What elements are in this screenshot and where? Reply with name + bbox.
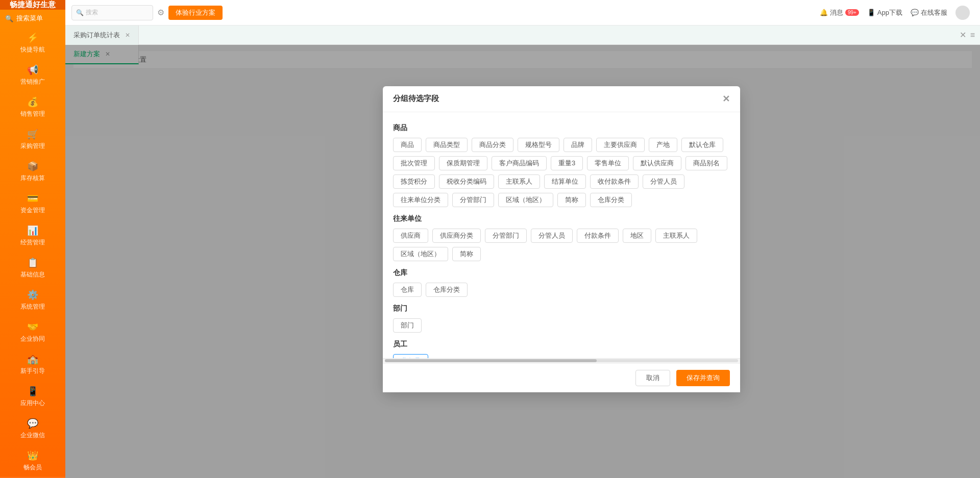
- tag-partner-0[interactable]: 供应商: [393, 229, 428, 243]
- operation-icon: 📊: [27, 225, 38, 236]
- tag-group-employee: 业务员: [393, 354, 730, 358]
- quick-nav-icon: ⚡: [27, 32, 38, 43]
- topbar-search[interactable]: 🔍 搜索: [71, 5, 153, 20]
- tag-product-24[interactable]: 简称: [557, 193, 586, 207]
- tag-product-15[interactable]: 拣货积分: [393, 174, 435, 189]
- tabbar-actions: ✕ ≡: [960, 30, 980, 40]
- tag-product-7[interactable]: 默认仓库: [681, 138, 723, 152]
- tag-warehouse-0[interactable]: 仓库: [393, 283, 422, 297]
- sidebar-item-wechat[interactable]: 💬企业微信: [20, 413, 45, 445]
- modal-footer: 取消 保存并查询: [383, 363, 740, 392]
- tag-group-warehouse: 仓库仓库分类: [393, 283, 730, 297]
- tag-product-18[interactable]: 结算单位: [544, 174, 586, 189]
- avatar[interactable]: [955, 6, 970, 20]
- sidebar-search-label: 搜索菜单: [16, 14, 43, 23]
- tag-product-8[interactable]: 批次管理: [393, 156, 435, 170]
- modal-hscroll[interactable]: [383, 358, 740, 363]
- sidebar-item-member[interactable]: 👑畅会员: [20, 445, 45, 477]
- tag-product-0[interactable]: 商品: [393, 138, 422, 152]
- sidebar-item-corp[interactable]: 🤝企业协同: [20, 316, 45, 348]
- topbar-right: 🔔 消息 99+ 📱 App下载 💬 在线客服: [820, 6, 980, 20]
- modal-close-icon[interactable]: ✕: [722, 93, 730, 105]
- modal-header: 分组待选字段 ✕: [383, 86, 740, 112]
- sidebar-item-quick-nav[interactable]: ⚡快捷导航: [20, 27, 45, 59]
- section-title-partner: 往来单位: [393, 214, 730, 223]
- tag-product-6[interactable]: 产地: [649, 138, 677, 152]
- sidebar-item-label-inventory: 库存核算: [20, 174, 45, 183]
- appstore-icon: 📱: [27, 386, 38, 397]
- sidebar-item-operation[interactable]: 📊经营管理: [20, 220, 45, 252]
- tag-product-14[interactable]: 商品别名: [685, 156, 727, 170]
- save-button[interactable]: 保存并查询: [676, 370, 730, 386]
- modal-hscroll-inner: [385, 359, 738, 362]
- experience-btn[interactable]: 体验行业方案: [168, 6, 223, 20]
- tag-product-16[interactable]: 税收分类编码: [439, 174, 494, 189]
- tag-warehouse-1[interactable]: 仓库分类: [426, 283, 468, 297]
- tag-product-21[interactable]: 往来单位分类: [393, 193, 448, 207]
- tag-product-10[interactable]: 客户商品编码: [492, 156, 547, 170]
- sidebar-search[interactable]: 🔍 搜索菜单: [0, 10, 65, 27]
- tag-product-2[interactable]: 商品分类: [472, 138, 513, 152]
- tag-partner-8[interactable]: 简称: [452, 247, 481, 261]
- tag-employee-0[interactable]: 业务员: [393, 354, 428, 358]
- tab-purchase-stats[interactable]: 采购订单统计表✕: [65, 26, 139, 45]
- sidebar-item-system[interactable]: ⚙️系统管理: [20, 284, 45, 316]
- tag-product-23[interactable]: 区域（地区）: [498, 193, 553, 207]
- tag-product-11[interactable]: 重量3: [551, 156, 583, 170]
- modal-title: 分组待选字段: [393, 94, 439, 104]
- tag-product-20[interactable]: 分管人员: [643, 174, 684, 189]
- notification-item[interactable]: 🔔 消息 99+: [820, 8, 859, 17]
- service-item[interactable]: 💬 在线客服: [911, 8, 947, 17]
- appdownload-label: App下载: [877, 8, 902, 17]
- tag-product-17[interactable]: 主联系人: [498, 174, 540, 189]
- system-icon: ⚙️: [27, 289, 38, 300]
- topbar-gear-icon[interactable]: ⚙: [157, 8, 164, 17]
- tag-partner-6[interactable]: 主联系人: [655, 229, 697, 243]
- sidebar-item-sales[interactable]: 💰销售管理: [20, 91, 45, 123]
- tag-product-5[interactable]: 主要供应商: [596, 138, 645, 152]
- tab-close-purchase-stats[interactable]: ✕: [125, 32, 130, 39]
- tag-product-22[interactable]: 分管部门: [452, 193, 494, 207]
- inventory-icon: 📦: [27, 161, 38, 172]
- sidebar-item-label-finance: 资金管理: [20, 206, 45, 215]
- tag-product-4[interactable]: 品牌: [564, 138, 592, 152]
- sidebar-item-marketing[interactable]: 📢营销推广: [20, 59, 45, 91]
- tag-partner-4[interactable]: 付款条件: [577, 229, 619, 243]
- cancel-button[interactable]: 取消: [635, 370, 670, 386]
- tag-product-19[interactable]: 收付款条件: [590, 174, 639, 189]
- tag-product-3[interactable]: 规格型号: [518, 138, 559, 152]
- section-title-employee: 员工: [393, 340, 730, 349]
- sidebar-item-basic[interactable]: 📋基础信息: [20, 252, 45, 284]
- sidebar-item-appstore[interactable]: 📱应用中心: [20, 381, 45, 413]
- tag-partner-1[interactable]: 供应商分类: [432, 229, 481, 243]
- appdownload-item[interactable]: 📱 App下载: [867, 8, 902, 17]
- tag-partner-7[interactable]: 区域（地区）: [393, 247, 448, 261]
- tag-group-department: 部门: [393, 318, 730, 333]
- sidebar-item-inventory[interactable]: 📦库存核算: [20, 156, 45, 188]
- tag-product-13[interactable]: 默认供应商: [633, 156, 681, 170]
- corp-icon: 🤝: [27, 321, 38, 333]
- sidebar-item-purchase[interactable]: 🛒采购管理: [20, 123, 45, 156]
- tabbar-close-icon[interactable]: ✕: [960, 30, 966, 40]
- tabbar-more-icon[interactable]: ≡: [970, 31, 975, 40]
- notification-icon: 🔔: [820, 9, 828, 16]
- tag-product-1[interactable]: 商品类型: [426, 138, 468, 152]
- sidebar: 畅捷通好生意 🔍 搜索菜单 ⚡快捷导航📢营销推广💰销售管理🛒采购管理📦库存核算💳…: [0, 0, 65, 478]
- tag-partner-3[interactable]: 分管人员: [531, 229, 573, 243]
- tag-product-25[interactable]: 仓库分类: [590, 193, 632, 207]
- app-logo-text: 畅捷通好生意: [10, 0, 56, 10]
- topbar: 🔍 搜索 ⚙ 体验行业方案 🔔 消息 99+ 📱 App下载 💬 在线客服: [65, 0, 980, 26]
- sidebar-item-guide[interactable]: 🏫新手引导: [20, 348, 45, 381]
- topbar-search-placeholder: 搜索: [86, 8, 98, 17]
- tag-partner-2[interactable]: 分管部门: [485, 229, 527, 243]
- sidebar-item-label-basic: 基础信息: [20, 270, 45, 279]
- tag-department-0[interactable]: 部门: [393, 318, 422, 333]
- tag-partner-5[interactable]: 地区: [623, 229, 651, 243]
- appdownload-icon: 📱: [867, 9, 875, 16]
- sidebar-item-label-purchase: 采购管理: [20, 142, 45, 150]
- sidebar-item-label-guide: 新手引导: [20, 367, 45, 375]
- purchase-icon: 🛒: [27, 129, 38, 140]
- sidebar-item-finance[interactable]: 💳资金管理: [20, 188, 45, 220]
- tag-product-9[interactable]: 保质期管理: [439, 156, 487, 170]
- tag-product-12[interactable]: 零售单位: [587, 156, 629, 170]
